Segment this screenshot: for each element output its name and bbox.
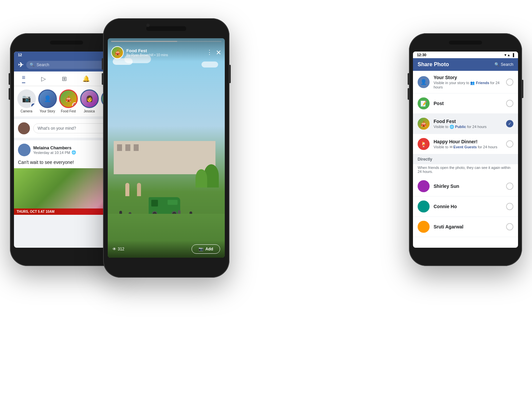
story-name: Food Fest [126,48,168,53]
happy-hour-radio[interactable] [506,140,513,148]
vol-down-btn-c [102,73,103,85]
food-fest-badge: 📸 [72,102,77,108]
post-radio[interactable] [506,100,513,107]
phone-notch-left [50,41,83,45]
food-fest-icon: 🎪 [65,96,72,102]
post-share-avatar: 📝 [418,97,430,109]
your-story-name: Your Story [434,75,502,80]
cloud-3 [201,62,218,67]
happy-hour-avatar: 🍹 [418,138,430,150]
view-count: 312 [118,247,124,251]
food-fest-avatar: 🎪 📸 [59,89,78,108]
directly-label: Directly [418,157,432,162]
sruti-avatar [418,221,430,233]
story-background: 🎪 Food Fest By Ryan Brownhill • 10 mins … [108,38,225,258]
share-search-label: Search [501,62,513,67]
your-story-info: Your Story Visible in your story to 👥 Fr… [434,75,502,89]
happy-hour-name: Happy Hour Dinner! [434,139,502,144]
shirley-name: Shirley Sun [434,184,502,189]
post-author-avatar [18,144,31,156]
nav-marketplace-icon[interactable]: ⊞ [62,75,67,82]
globe-share-icon: 🌐 [450,125,455,129]
nav-video-icon[interactable]: ▷ [41,75,46,82]
your-story-icon: 👤 [44,95,51,102]
share-item-connie[interactable]: Connie Ho [413,197,518,217]
umbrella-1 [125,183,129,196]
happy-hour-highlight: Event Guests [454,145,477,149]
food-fest-highlight: Public [455,125,466,129]
sruti-radio[interactable] [506,223,513,230]
connie-radio[interactable] [506,203,513,210]
your-story-avatar: 👤 [38,89,57,108]
your-story-label: Your Story [40,109,55,113]
jessica-label: Jessica [84,109,95,113]
story-add-button[interactable]: 📷 Add [192,244,220,254]
signal-r-icon: ▼▲ [504,53,510,57]
story-views: 👁 312 [112,247,124,251]
shirley-avatar [418,180,430,192]
camera-label: Camera [21,109,33,113]
story-your-story[interactable]: 👤 Your Story [38,89,57,113]
fb-logo: ✈ [18,61,24,69]
camera-avatar: 📷 + [17,89,36,108]
your-story-radio[interactable] [506,78,513,86]
food-fest-info: Food Fest Visible to 🌐 Public for 24 hou… [434,119,502,129]
your-story-desc: Visible in your story to 👥 Friends for 2… [434,81,502,89]
add-label: Add [205,247,213,251]
power-btn-r [522,80,523,98]
food-fest-suffix: for 24 hours [467,125,487,129]
food-fest-radio[interactable]: ✓ [506,120,513,127]
sruti-name: Sruti Agarwal [434,224,502,229]
user-avatar-mind [18,122,30,134]
globe-icon: 🌐 [71,150,76,155]
connie-avatar [418,200,430,212]
story-jessica[interactable]: 👩 Jessica [80,89,98,113]
food-fest-share-name: Food Fest [434,119,502,124]
post-meta: Yesterday at 10:14 PM 🌐 [33,150,76,155]
search-label: Search [37,63,49,67]
friends-icon: 👥 [470,81,476,85]
right-phone: 12:30 ▼▲ ▐ Share Photo 🔍 Search 👤 Your S… [409,33,522,266]
story-camera[interactable]: 📷 + Camera [17,89,36,113]
story-more-icon[interactable]: ⋮ [206,49,212,57]
nav-feed-icon[interactable]: ≡ [22,74,26,83]
camera-small-icon: 📷 [199,247,203,251]
happy-hour-suffix: for 24 hours [478,145,497,149]
food-truck [149,197,180,214]
story-poster-avatar: 🎪 [111,46,124,59]
food-fest-share-avatar: 🎪 [418,118,430,130]
share-item-sruti[interactable]: Sruti Agarwal [413,217,518,237]
share-item-your-story[interactable]: 👤 Your Story Visible in your story to 👥 … [413,71,518,93]
story-food-fest[interactable]: 🎪 📸 Food Fest [59,89,77,113]
share-header: Share Photo 🔍 Search [413,58,518,71]
status-bar-right: 12:30 ▼▲ ▐ [413,52,518,58]
shirley-radio[interactable] [506,183,513,190]
food-fest-desc: Visible to 🌐 Public for 24 hours [434,125,502,129]
share-list: 👤 Your Story Visible in your story to 👥 … [413,71,518,237]
event-icon: ✉ [450,145,454,149]
story-footer: 👁 312 📷 Add [108,240,225,258]
share-item-shirley[interactable]: Shirley Sun [413,176,518,197]
post-time: Yesterday at 10:14 PM [33,151,70,155]
share-title: Share Photo [418,62,449,67]
plus-badge: + [31,103,36,108]
tree-left [196,169,207,188]
your-story-desc-pre: Visible in your story to [434,81,469,85]
share-search[interactable]: 🔍 Search [494,62,513,67]
story-by: By Ryan Brownhill • 10 mins [126,53,168,57]
center-screen: 🎪 Food Fest By Ryan Brownhill • 10 mins … [108,38,225,258]
share-item-post[interactable]: 📝 Post [413,93,518,114]
jessica-avatar: 👩 [80,89,99,108]
vol-down-btn-r [408,88,409,100]
story-close-icon[interactable]: ✕ [216,49,221,57]
battery-r-icon: ▐ [512,53,514,57]
nav-bell-icon[interactable]: 🔔 [82,75,90,82]
status-icons-right: ▼▲ ▐ [504,53,514,57]
sruti-info: Sruti Agarwal [434,224,502,229]
post-author-info: Melaina Chambers Yesterday at 10:14 PM 🌐 [33,145,76,155]
share-item-food-fest[interactable]: 🎪 Food Fest Visible to 🌐 Public for 24 h… [413,114,518,134]
happy-hour-pre: Visible to [434,145,448,149]
share-item-happy-hour[interactable]: 🍹 Happy Hour Dinner! Visible to ✉ Event … [413,134,518,154]
food-fest-desc-pre: Visible to [434,125,448,129]
status-time-left: 12 [18,53,22,57]
